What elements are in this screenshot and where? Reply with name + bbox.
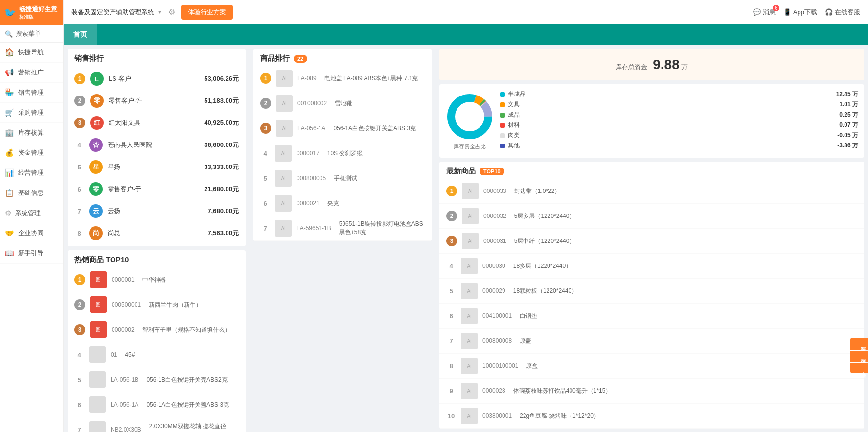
sidebar-item-basic[interactable]: 📋基础信息: [0, 183, 63, 203]
new-product-name: 18多层（1220*2440）: [513, 262, 857, 270]
legend-name: 肉类: [508, 131, 834, 140]
rank-medal-3: 3: [446, 236, 457, 246]
product-rank-code: 0000021: [297, 200, 320, 207]
new-product-item: 4 Ai 0000030 18多层（1220*2440）: [439, 254, 864, 279]
product-name: 中华神器: [142, 276, 239, 284]
nav-label-basic: 基础信息: [18, 189, 44, 197]
sidebar-item-finance[interactable]: 💰资金管理: [0, 143, 63, 163]
float-btn-service[interactable]: 客服热线: [850, 338, 868, 350]
hot-product-item: 7 NB2.0X30B 2.0X30MM双搓花轴,搓花直径2.1MM/ROHS: [68, 417, 246, 432]
product-rank-name: 59651-1B旋转投影灯电池盒ABS黑色+58克: [339, 220, 425, 237]
trial-button[interactable]: 体验行业方案: [181, 5, 233, 20]
new-product-img: Ai: [461, 333, 478, 349]
message-count: 6: [773, 5, 779, 11]
new-product-item: 1 Ai 0000033 封边带（1.0*22）: [439, 179, 864, 204]
nav-icon-system: ⚙: [5, 209, 11, 217]
system-selector[interactable]: 装备及固定资产辅助管理系统 ▼: [71, 8, 162, 17]
legend-value: 0.25 万: [839, 111, 858, 119]
sidebar-item-operations[interactable]: 📊经营管理: [0, 163, 63, 183]
message-badge-item[interactable]: 💬 消息 6: [753, 8, 776, 17]
new-product-name: 5层多层（1220*2440）: [514, 212, 857, 220]
hot-product-item: 6 LA-056-1A 056-1A白色按键开关盖ABS 3克: [68, 392, 246, 417]
rank-num-7: 7: [446, 337, 456, 345]
sidebar-item-purchase[interactable]: 🛒采购管理: [0, 103, 63, 123]
logo-icon: 🐦: [4, 7, 16, 19]
rank-num-5: 5: [260, 175, 270, 182]
sidebar-item-system[interactable]: ⚙系统管理: [0, 203, 63, 223]
product-code: LA-056-1A: [111, 401, 138, 408]
product-rank-name: 夹克: [327, 199, 425, 208]
rank-avatar: 零: [89, 182, 103, 196]
rank-name: 尚总: [108, 229, 203, 238]
new-product-name: 封边带（1.0*22）: [514, 187, 857, 195]
rank-medal-1: 1: [446, 186, 457, 196]
sidebar-item-marketing[interactable]: 📢营销推广: [0, 63, 63, 83]
rank-amount: 33,333.00元: [204, 163, 239, 171]
new-product-img: Ai: [461, 383, 478, 399]
sidebar-item-collab[interactable]: 🤝企业协同: [0, 223, 63, 243]
new-product-name: 体碗荔枝味苏打饮品400毫升（1*15）: [513, 387, 857, 395]
product-img-placeholder: Ai: [276, 70, 293, 87]
rank-num-7: 7: [74, 208, 84, 215]
sidebar: 🐦 畅捷通好生意 标准版 🔍 搜索菜单 🏠快捷导航📢营销推广🏪销售管理🛒采购管理…: [0, 0, 64, 432]
product-rank-item: 2 Ai 001000002 雪地靴: [253, 91, 432, 116]
nav-icon-operations: 📊: [5, 168, 14, 177]
new-product-img: Ai: [462, 183, 479, 199]
new-product-code: 0000033: [483, 188, 506, 194]
rank-medal-2: 2: [446, 211, 457, 221]
rank-item: 3 红 红太阳文具 40,925.00元: [68, 112, 246, 134]
search-menu[interactable]: 🔍 搜索菜单: [0, 25, 63, 43]
nav-label-operations: 经营管理: [18, 168, 44, 177]
rank-name: 红太阳文具: [109, 119, 199, 127]
new-product-list: 1 Ai 0000033 封边带（1.0*22） 2 Ai 0000032 5层…: [439, 179, 864, 429]
rank-medal-3: 3: [74, 324, 85, 335]
rank-avatar: L: [90, 72, 104, 86]
content-area: 销售排行 1 L LS 客户 53,006.26元 2 零 零售客户-许 51,…: [64, 45, 868, 432]
tab-home[interactable]: 首页: [64, 24, 97, 45]
new-product-name: 22g鱼豆腐-烧烤味（1*12*20）: [520, 412, 857, 420]
online-service-item[interactable]: 🎧 在线客服: [825, 8, 860, 17]
svg-point-6: [456, 103, 483, 130]
sidebar-item-guide[interactable]: 📖新手引导: [0, 243, 63, 264]
legend-value: 1.01 万: [839, 100, 858, 109]
rank-avatar: 云: [89, 204, 103, 218]
float-btn-live[interactable]: 直播: [850, 363, 868, 373]
rank-item: 1 L LS 客户 53,006.26元: [68, 68, 246, 90]
new-product-item: 10 Ai 003800001 22g鱼豆腐-烧烤味（1*12*20）: [439, 404, 864, 429]
hot-product-item: 3 图 0000002 智利车子里（规格不知道填什么）: [68, 317, 246, 342]
new-product-img: Ai: [461, 283, 478, 299]
sidebar-logo: 🐦 畅捷通好生意 标准版: [0, 0, 63, 25]
product-rank-name: 10S 变刹罗猴: [327, 149, 425, 158]
rank-name: LS 客户: [109, 74, 199, 83]
legend-name: 其他: [508, 142, 834, 150]
product-code: 0000001: [112, 276, 135, 283]
rank-item: 5 星 星扬 33,333.00元: [68, 156, 246, 178]
new-product-name: 原盖: [520, 337, 857, 345]
settings-icon[interactable]: ⚙: [168, 7, 175, 17]
product-img-placeholder: Ai: [275, 170, 292, 187]
legend-list: 半成品 12.45 万 文具 1.01 万 成品 0.25 万 材料 0.07 …: [500, 90, 858, 152]
new-products-card: 最新商品 TOP10 1 Ai 0000033 封边带（1.0*22） 2 Ai…: [439, 162, 864, 429]
nav-label-system: 系统管理: [15, 209, 41, 217]
rank-avatar: 杏: [89, 138, 103, 152]
sidebar-item-sales[interactable]: 🏪销售管理: [0, 83, 63, 103]
float-btn-community[interactable]: 服务社区: [850, 351, 868, 362]
sidebar-item-inventory[interactable]: 🏢库存核算: [0, 123, 63, 143]
rank-num-10: 10: [446, 412, 456, 420]
product-image-placeholder: [89, 371, 106, 388]
sidebar-item-quicknav[interactable]: 🏠快捷导航: [0, 43, 63, 63]
message-icon: 💬: [753, 8, 761, 16]
system-name: 装备及固定资产辅助管理系统: [71, 8, 154, 17]
app-download-item[interactable]: 📱 App下载: [783, 8, 817, 17]
app-label: App下载: [793, 8, 817, 17]
new-product-code: 004100001: [482, 312, 512, 319]
legend-name: 材料: [508, 121, 836, 129]
product-ranking-title: 商品排行 22: [253, 49, 432, 66]
rank-num-8: 8: [74, 230, 84, 237]
new-product-code: 10000100001: [482, 362, 518, 369]
rank-name: 零售客户-于: [108, 185, 199, 193]
rank-medal-1: 1: [74, 73, 85, 84]
rank-name: 苍南县人民医院: [108, 141, 199, 149]
product-code: LA-056-1B: [111, 376, 138, 383]
legend-dot: [500, 133, 505, 138]
